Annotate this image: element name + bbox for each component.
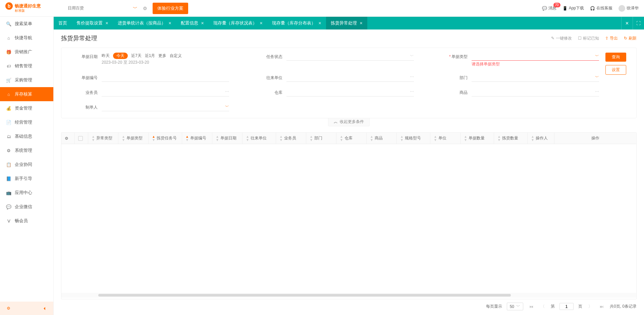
tab-5[interactable]: 现存量（库存分布表）✕ (267, 17, 326, 29)
sort-icon[interactable]: ▲▼ (92, 135, 95, 142)
cta-button[interactable]: 体验行业方案 (153, 3, 188, 14)
per-page-select[interactable]: 50 ﹀ (507, 303, 523, 310)
sidebar-item-1[interactable]: ⌂快捷导航 (0, 31, 53, 45)
sort-icon[interactable]: ▲▼ (464, 135, 467, 142)
support-button[interactable]: 🎧 在线客服 (590, 5, 612, 11)
sidebar-item-8[interactable]: 🗂基础信息 (0, 129, 53, 143)
table-col-7[interactable]: ▲▼往来单位 (243, 133, 276, 144)
sort-icon[interactable]: ▲▼ (216, 135, 219, 142)
sidebar-item-13[interactable]: 💬企业微信 (0, 200, 53, 214)
sort-icon[interactable]: ▲▼ (340, 135, 343, 142)
tab-4[interactable]: 现存量（库存状况表）✕ (209, 17, 267, 29)
tab-0[interactable]: 首页 (54, 17, 72, 29)
sidebar-item-2[interactable]: 🎁营销推广 (0, 45, 53, 59)
messages-button[interactable]: 💬 消息 70 (542, 5, 556, 11)
page-first-button[interactable]: ⏮ (528, 304, 535, 309)
sort-icon[interactable]: ▲▼ (434, 135, 437, 142)
user-menu[interactable]: 徐泽华 (619, 5, 639, 12)
sort-icon[interactable]: ▲▼ (370, 135, 373, 142)
sort-icon[interactable]: ▲▼ (185, 135, 189, 142)
close-icon[interactable]: ✕ (318, 21, 321, 25)
select-all-checkbox[interactable] (78, 136, 83, 141)
table-col-1[interactable] (75, 133, 88, 144)
close-icon[interactable]: ✕ (201, 21, 204, 25)
sidebar-item-14[interactable]: Ⅴ畅会员 (0, 214, 53, 228)
sidebar-item-5[interactable]: ⌂库存核算 (0, 87, 53, 101)
partner-input[interactable] (286, 74, 414, 82)
collapse-filters-button[interactable]: ︽ 收起更多条件 (328, 118, 370, 126)
tabs-expand-button[interactable]: ⛶ (633, 17, 644, 29)
operator-input[interactable] (102, 88, 229, 97)
export-button[interactable]: ⇪导出 (605, 36, 618, 41)
dept-select[interactable] (472, 74, 599, 82)
app-download-button[interactable]: 📱 App下载 (562, 5, 584, 11)
sort-icon[interactable]: ▲▼ (246, 135, 249, 142)
page-next-button[interactable]: 〉 (587, 304, 594, 309)
gear-icon[interactable]: ⚙ (65, 136, 68, 141)
sidebar-item-7[interactable]: 📄经营管理 (0, 115, 53, 129)
task-status-select[interactable] (286, 53, 414, 61)
date-preset-0[interactable]: 昨天 (102, 53, 110, 59)
creator-select[interactable] (102, 103, 229, 111)
table-col-12[interactable]: ▲▼规格型号 (397, 133, 430, 144)
tab-1[interactable]: 售价提取设置✕ (72, 17, 113, 29)
tabs-close-all-button[interactable]: ✕ (621, 17, 633, 29)
sidebar-item-4[interactable]: 🛒采购管理 (0, 73, 53, 87)
sort-icon[interactable]: ▲▼ (279, 135, 283, 142)
sort-icon[interactable]: ▲▼ (497, 135, 501, 142)
table-col-0[interactable]: ⚙ (61, 133, 75, 144)
doc-no-input[interactable] (102, 74, 229, 82)
sort-icon[interactable]: ▲▼ (122, 135, 125, 142)
sidebar-item-9[interactable]: ⚙系统管理 (0, 143, 53, 158)
table-col-15[interactable]: ▲▼拣货数量 (494, 133, 528, 144)
more-icon[interactable]: ⋯ (410, 74, 414, 79)
sidebar-settings-button[interactable]: ⚙ (7, 306, 10, 311)
page-prev-button[interactable]: 〈 (539, 304, 546, 309)
date-preset-group[interactable]: 昨天今天近7天近1月更多自定义 (102, 53, 229, 59)
sidebar-collapse-button[interactable]: ⏴ (43, 306, 47, 311)
more-icon[interactable]: ⋯ (595, 89, 599, 94)
sort-icon[interactable]: ▲▼ (310, 135, 313, 142)
more-icon[interactable]: ⋯ (410, 89, 414, 94)
refresh-button[interactable]: ↻刷新 (624, 36, 637, 41)
table-col-2[interactable]: ▲▼异常类型 (88, 133, 118, 144)
table-col-8[interactable]: ▲▼业务员 (276, 133, 306, 144)
sidebar-item-12[interactable]: 📺应用中心 (0, 186, 53, 200)
date-preset-3[interactable]: 近1月 (145, 53, 155, 59)
warehouse-input[interactable] (286, 88, 414, 97)
sort-icon[interactable]: ▲▼ (400, 135, 404, 142)
tab-6[interactable]: 拣货异常处理✕ (326, 17, 367, 29)
horizontal-scrollbar[interactable] (61, 293, 636, 298)
sort-icon[interactable]: ▲▼ (152, 135, 155, 142)
table-col-5[interactable]: ▲▼单据编号 (182, 133, 212, 144)
table-col-14[interactable]: ▲▼单据数量 (461, 133, 494, 144)
close-icon[interactable]: ✕ (360, 21, 363, 25)
table-col-3[interactable]: ▲▼单据类型 (118, 133, 149, 144)
table-col-4[interactable]: ▲▼拣货任务号 (149, 133, 182, 144)
date-preset-1[interactable]: 今天 (113, 53, 128, 59)
close-icon[interactable]: ✕ (105, 21, 108, 25)
context-settings-button[interactable]: ⚙ (143, 6, 147, 11)
table-col-10[interactable]: ▲▼仓库 (336, 133, 367, 144)
sidebar-item-0[interactable]: 🔍搜索菜单 (0, 17, 53, 31)
sidebar-item-10[interactable]: 📋企业协同 (0, 158, 53, 172)
tab-3[interactable]: 配置信息✕ (176, 17, 209, 29)
table-col-13[interactable]: ▲▼单位 (430, 133, 461, 144)
sidebar-item-11[interactable]: 📘新手引导 (0, 172, 53, 186)
search-button[interactable]: 查询 (605, 53, 626, 62)
doc-type-select[interactable] (472, 53, 599, 61)
date-preset-5[interactable]: 自定义 (170, 53, 182, 59)
tab-2[interactable]: 进货单统计表（按商品）✕ (113, 17, 176, 29)
table-col-16[interactable]: ▲▼操作人 (528, 133, 554, 144)
table-col-11[interactable]: ▲▼商品 (367, 133, 397, 144)
sidebar-item-6[interactable]: 💰资金管理 (0, 101, 53, 115)
date-preset-2[interactable]: 近7天 (131, 53, 142, 59)
close-icon[interactable]: ✕ (168, 21, 171, 25)
sort-icon[interactable]: ▲▼ (531, 135, 534, 142)
close-icon[interactable]: ✕ (260, 21, 263, 25)
more-icon[interactable]: ⋯ (225, 89, 229, 94)
context-select[interactable]: 日用百货 ﹀ (66, 4, 140, 13)
mark-read-button[interactable]: ☐标记已知 (578, 36, 599, 41)
date-preset-4[interactable]: 更多 (158, 53, 166, 59)
sidebar-item-3[interactable]: 🏷销售管理 (0, 59, 53, 73)
